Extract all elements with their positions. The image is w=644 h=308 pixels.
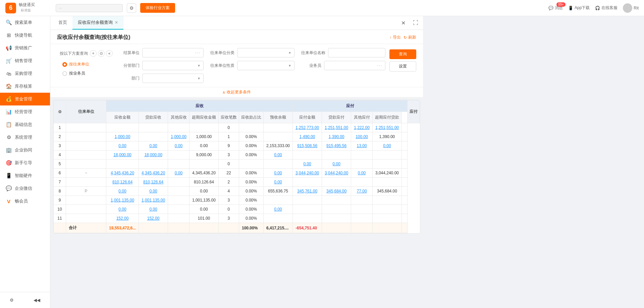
ar-prepaid[interactable]: 0.00 — [263, 205, 292, 214]
ap-amount[interactable]: 1,490.00 — [293, 132, 322, 141]
unit-name-input[interactable] — [328, 48, 385, 57]
ap-overdue — [372, 150, 401, 160]
tab-home[interactable]: 首页 — [53, 16, 72, 30]
sidebar-item-marketing[interactable]: 📢 营销推广 — [0, 42, 50, 54]
sidebar-item-search-menu[interactable]: 🔍 搜索菜单 — [0, 16, 50, 29]
dept-head-input[interactable]: ▼ — [142, 61, 204, 70]
ar-prepaid[interactable]: 0.00 — [263, 178, 292, 187]
ar-amount[interactable]: 152.00 — [106, 214, 139, 223]
ap-other[interactable]: 1,222.00 — [351, 123, 373, 132]
sidebar-bottom-settings[interactable]: ⚙ — [4, 295, 19, 305]
ar-loan[interactable]: 0.00 — [139, 187, 168, 196]
ar-loan[interactable]: 1,001,135.00 — [139, 196, 168, 205]
ap-other — [351, 150, 373, 160]
target-filter-btn[interactable]: ⊙ — [98, 50, 105, 57]
ar-amount[interactable]: 0.00 — [106, 141, 139, 150]
settlement-input[interactable]: ··· — [142, 48, 204, 57]
ap-other[interactable]: 100.00 — [351, 132, 373, 141]
ar-loan[interactable]: 810,126.64 — [139, 178, 168, 187]
sidebar-item-finance[interactable]: 💰 资金管理 — [0, 93, 50, 105]
refresh-button[interactable]: ↻ 刷新 — [404, 35, 416, 40]
unit-nature-input[interactable]: ▼ — [237, 61, 294, 70]
dept-input[interactable]: ▼ — [142, 74, 204, 83]
ap-loan[interactable]: 915,495.56 — [322, 141, 351, 150]
table-settings-icon[interactable]: ⚙ — [56, 108, 64, 116]
ap-extra — [401, 205, 407, 214]
sidebar-item-sales[interactable]: 🛒 销售管理 — [0, 54, 50, 67]
collapse-bar[interactable]: ∧ 收起更多条件 — [50, 87, 423, 97]
ar-amount[interactable]: 810,126.64 — [106, 178, 139, 187]
close-window-btn[interactable]: ✕ — [399, 18, 408, 28]
ap-other[interactable]: 13.00 — [351, 141, 373, 150]
sidebar-item-quick-nav[interactable]: ⊞ 快捷导航 — [0, 29, 50, 42]
tab-ar-ap[interactable]: 应收应付余额查询 ✕ — [72, 16, 123, 30]
ar-loan[interactable]: 4,345,436.20 — [139, 169, 168, 178]
sidebar-item-basic-info[interactable]: 📋 基础信息 — [0, 118, 50, 131]
ap-amount — [293, 205, 322, 214]
ap-amount[interactable]: 1,252,773.00 — [293, 123, 322, 132]
sidebar-collapse-btn[interactable]: ◀◀ — [28, 295, 46, 305]
ar-other[interactable]: 1,000.00 — [168, 132, 190, 141]
user-info[interactable]: Rit — [623, 3, 639, 13]
ap-loan[interactable]: 3,044,240.00 — [322, 169, 351, 178]
ap-loan[interactable]: 1,251,551.00 — [322, 123, 351, 132]
ar-amount[interactable]: 0.00 — [106, 187, 139, 196]
filter-option-by-unit[interactable]: 按往来单位 — [60, 60, 115, 69]
ar-prepaid[interactable]: 0.00 — [263, 169, 292, 178]
ap-loan — [322, 150, 351, 160]
ar-amount[interactable]: 1,000.00 — [106, 132, 139, 141]
ar-amount[interactable]: 0.00 — [106, 205, 139, 214]
ap-amount[interactable]: 915,508.56 — [293, 141, 322, 150]
add-filter-btn[interactable]: + — [90, 50, 97, 57]
query-button[interactable]: 查询 — [389, 49, 416, 59]
ap-loan[interactable]: 0.00 — [322, 160, 351, 169]
settings-icon[interactable]: ⚙ — [127, 3, 136, 13]
ar-loan[interactable]: 0.00 — [139, 141, 168, 150]
salesperson-input[interactable]: ··· — [324, 61, 385, 70]
unit-category-input[interactable]: ▼ — [237, 48, 294, 57]
ap-loan[interactable]: 1,390.00 — [322, 132, 351, 141]
expand-window-btn[interactable]: ⛶ — [411, 18, 420, 28]
ap-amount[interactable]: 3,044,240.00 — [293, 169, 322, 178]
ap-overdue[interactable]: 1,251,551.00 — [372, 123, 401, 132]
ar-amount[interactable]: 4,345,436.20 — [106, 169, 139, 178]
filter-row-salesperson: 业务员 ··· — [301, 61, 385, 70]
ap-amount[interactable]: 0.00 — [293, 160, 322, 169]
sidebar-item-corp-wechat[interactable]: 💬 企业微信 — [0, 182, 50, 195]
app-download-item[interactable]: 📱 App下载 — [568, 5, 590, 11]
ar-other[interactable]: 0.00 — [168, 169, 190, 178]
sidebar-item-corp-collab[interactable]: 🏢 企业协同 — [0, 144, 50, 157]
sidebar-item-system[interactable]: ⚙ 系统管理 — [0, 131, 50, 144]
tab-close-icon[interactable]: ✕ — [115, 20, 118, 25]
ap-other[interactable]: 0.00 — [351, 169, 373, 178]
expand-filter-btn[interactable]: « — [106, 50, 113, 57]
sidebar-item-purchase[interactable]: 🛍 采购管理 — [0, 67, 50, 80]
sidebar-item-guide[interactable]: 🎯 新手引导 — [0, 157, 50, 169]
ap-overdue[interactable]: 0.00 — [372, 141, 401, 150]
ar-other[interactable]: 0.00 — [168, 141, 190, 150]
sidebar-item-operations[interactable]: 📊 经营管理 — [0, 105, 50, 118]
ar-amount[interactable]: 1,001,135.00 — [106, 196, 139, 205]
ar-amount[interactable]: 18,000.00 — [106, 150, 139, 160]
table-row: 2 1,000.00 1,000.00 1,000.00 1 0.00% 1,4… — [54, 132, 420, 141]
ar-prepaid[interactable]: 0.00 — [263, 150, 292, 160]
sidebar-item-vip[interactable]: V 畅会员 — [0, 195, 50, 208]
by-unit-label: 按往来单位 — [69, 61, 89, 67]
ap-other[interactable]: 77.00 — [351, 187, 373, 196]
solution-button[interactable]: 体验行业方案 — [140, 3, 175, 13]
ar-loan[interactable]: 152.00 — [139, 214, 168, 223]
export-button[interactable]: ↑ 导出 — [389, 35, 401, 40]
messages-item[interactable]: 💬 消息 99+ — [548, 5, 563, 11]
online-service-item[interactable]: 🎧 在线客服 — [595, 5, 618, 11]
ar-loan[interactable]: 0.00 — [139, 205, 168, 214]
settings-button[interactable]: 设置 — [389, 61, 416, 72]
ap-other — [351, 205, 373, 214]
sidebar-item-inventory[interactable]: 🏠 库存核算 — [0, 80, 50, 93]
ap-loan[interactable]: 345,684.00 — [322, 187, 351, 196]
filter-label: 按以下方案查询 + ⊙ « — [57, 48, 115, 59]
ap-amount[interactable]: 345,761.00 — [293, 187, 322, 196]
ar-loan[interactable]: 18,000.00 — [139, 150, 168, 160]
filter-option-by-employee[interactable]: 按业务员 — [60, 69, 115, 78]
sidebar-bottom: ⚙ ◀◀ — [0, 292, 50, 308]
sidebar-item-smart-hw[interactable]: 📱 智能硬件 — [0, 169, 50, 182]
